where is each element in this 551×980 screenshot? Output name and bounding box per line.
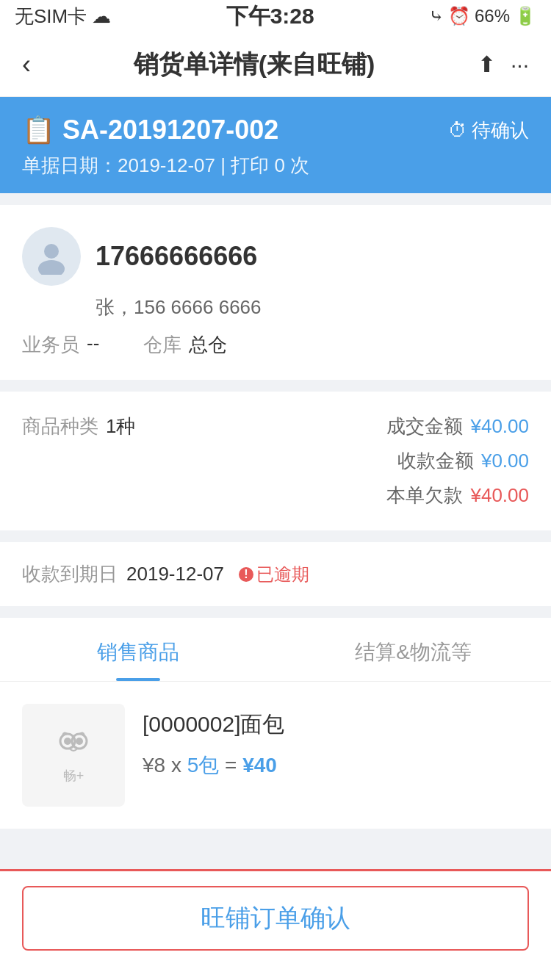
- tab-sales-products[interactable]: 销售商品: [0, 618, 276, 681]
- status-time: 下午3:28: [226, 1, 314, 32]
- confirm-order-button[interactable]: 旺铺订单确认: [22, 886, 529, 951]
- salesperson-info: 业务员 --: [22, 332, 99, 358]
- order-status: ⏱ 待确认: [448, 118, 529, 143]
- battery-text: 66%: [475, 6, 510, 26]
- status-bar: 无SIM卡 ☁ 下午3:28 ⤷ ⏰ 66% 🔋: [0, 0, 551, 32]
- order-header-card: 📋 SA-20191207-002 ⏱ 待确认 单据日期：2019-12-07 …: [0, 97, 551, 193]
- product-info: [0000002]面包 ¥8 x 5包 = ¥40: [143, 704, 529, 779]
- product-type-value: 1种: [106, 414, 135, 439]
- product-list: 畅+ [0000002]面包 ¥8 x 5包 = ¥40: [0, 682, 551, 829]
- received-amount-label: 收款金额: [397, 448, 474, 474]
- amount-summary: 成交金额 ¥40.00 收款金额 ¥0.00 本单欠款 ¥40.00: [386, 414, 529, 508]
- product-name: [0000002]面包: [143, 710, 529, 740]
- due-date-value: 2019-12-07: [126, 563, 224, 586]
- table-row: 畅+ [0000002]面包 ¥8 x 5包 = ¥40: [22, 704, 529, 807]
- tabs-header: 销售商品 结算&物流等: [0, 618, 551, 682]
- product-total: ¥40: [242, 754, 277, 777]
- svg-point-4: [64, 738, 71, 745]
- product-price: ¥8 x 5包 = ¥40: [143, 752, 529, 779]
- tabs-section: 销售商品 结算&物流等: [0, 618, 551, 829]
- location-icon: ⤷: [429, 6, 444, 26]
- price-equals: =: [225, 754, 242, 777]
- warehouse-value: 总仓: [189, 332, 227, 358]
- svg-point-1: [38, 260, 65, 275]
- bottom-bar: 旺铺订单确认: [0, 869, 551, 980]
- order-id-text: SA-20191207-002: [62, 115, 278, 145]
- overdue-text: 已逾期: [256, 563, 309, 586]
- clock-icon: ⏱: [448, 119, 467, 142]
- brand-label: 畅+: [63, 767, 84, 785]
- svg-point-5: [76, 738, 83, 745]
- received-amount-value: ¥0.00: [481, 450, 529, 472]
- more-icon[interactable]: ···: [511, 52, 529, 77]
- warehouse-label: 仓库: [143, 332, 181, 358]
- status-right: ⤷ ⏰ 66% 🔋: [429, 6, 536, 26]
- price-separator: x: [171, 754, 187, 777]
- svg-point-0: [44, 244, 59, 259]
- nav-bar: ‹ 销货单详情(来自旺铺) ⬆ ···: [0, 32, 551, 97]
- order-status-text: 待确认: [472, 118, 529, 143]
- back-button[interactable]: ‹: [22, 49, 31, 80]
- order-id-row: 📋 SA-20191207-002: [22, 115, 278, 145]
- order-date: 单据日期：2019-12-07 | 打印 0 次: [22, 153, 529, 179]
- tab-settlement-logistics[interactable]: 结算&物流等: [276, 618, 551, 681]
- overdue-dot-icon: !: [239, 567, 253, 582]
- owed-amount-label: 本单欠款: [386, 483, 463, 508]
- due-date-section: 收款到期日 2019-12-07 ! 已逾期: [0, 542, 551, 606]
- customer-name: 张，156 6666 6666: [96, 295, 529, 320]
- deal-amount-value: ¥40.00: [470, 415, 529, 438]
- order-type-icon: 📋: [22, 115, 55, 145]
- salesperson-value: --: [87, 332, 99, 358]
- battery-icon: 🔋: [514, 6, 536, 26]
- alarm-icon: ⏰: [448, 6, 470, 26]
- summary-section: 商品种类 1种 成交金额 ¥40.00 收款金额 ¥0.00 本单欠款 ¥40.…: [0, 392, 551, 530]
- product-thumbnail: 畅+: [22, 704, 125, 807]
- customer-section: 17666666666 张，156 6666 6666 业务员 -- 仓库 总仓: [0, 205, 551, 380]
- owed-amount-value: ¥40.00: [470, 484, 529, 507]
- overdue-badge: ! 已逾期: [239, 563, 309, 586]
- warehouse-info: 仓库 总仓: [143, 332, 227, 358]
- page-title: 销货单详情(来自旺铺): [134, 48, 375, 82]
- product-type-label: 商品种类: [22, 414, 98, 439]
- product-qty: 5包: [187, 754, 220, 777]
- due-date-label: 收款到期日: [22, 561, 118, 587]
- brand-owl-icon: [55, 727, 92, 763]
- customer-phone: 17666666666: [96, 241, 257, 272]
- nav-actions: ⬆ ···: [478, 51, 529, 77]
- salesperson-label: 业务员: [22, 332, 79, 358]
- share-icon[interactable]: ⬆: [478, 51, 496, 77]
- price-unit: ¥8: [143, 754, 165, 777]
- status-left: 无SIM卡 ☁: [15, 4, 111, 29]
- avatar: [22, 227, 81, 286]
- deal-amount-label: 成交金额: [386, 414, 463, 439]
- signal-text: 无SIM卡 ☁: [15, 4, 111, 29]
